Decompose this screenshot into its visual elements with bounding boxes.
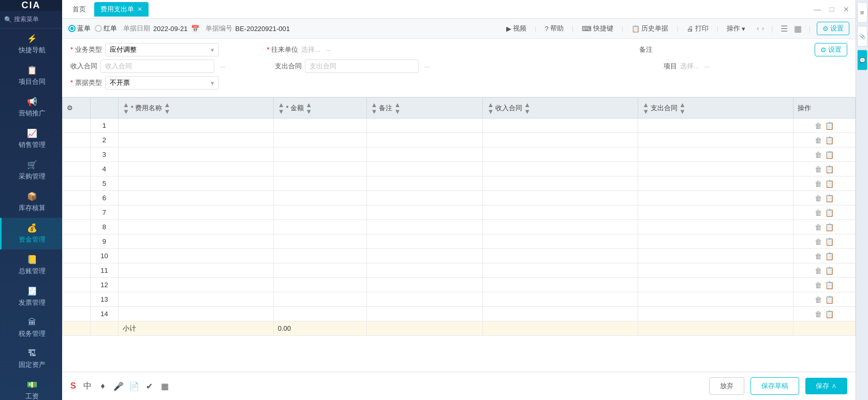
row-remark-cell[interactable]	[366, 147, 483, 162]
row-amount-cell[interactable]	[273, 263, 366, 278]
row-expense-cell[interactable]	[638, 249, 793, 263]
row-copy-icon[interactable]: 📋	[825, 310, 834, 318]
sidebar-item-tax[interactable]: 🏛 税务管理	[0, 313, 62, 344]
row-name-cell[interactable]	[118, 191, 273, 205]
income-contract-dots[interactable]: ···	[219, 63, 225, 70]
col-amount-header[interactable]: ▲▼ * 金额 ▲▼	[273, 98, 366, 118]
right-btn-3[interactable]: 💬	[857, 50, 867, 70]
row-income-cell[interactable]	[483, 191, 638, 205]
counterpart-dots[interactable]: ···	[326, 46, 331, 54]
row-expense-cell[interactable]	[638, 292, 793, 307]
row-remark-cell[interactable]	[366, 292, 483, 307]
row-name-cell[interactable]	[118, 292, 273, 307]
video-btn[interactable]: ▶ 视频	[502, 22, 531, 35]
row-amount-cell[interactable]	[273, 176, 366, 191]
row-expense-cell[interactable]	[638, 147, 793, 162]
row-name-cell[interactable]	[118, 162, 273, 176]
row-expense-cell[interactable]	[638, 307, 793, 321]
discard-button[interactable]: 放弃	[709, 377, 744, 395]
row-amount-cell[interactable]	[273, 234, 366, 249]
row-delete-icon[interactable]: 🗑	[815, 223, 822, 231]
row-remark-cell[interactable]	[366, 205, 483, 220]
row-expense-cell[interactable]	[638, 162, 793, 176]
row-remark-cell[interactable]	[366, 118, 483, 133]
row-income-cell[interactable]	[483, 133, 638, 147]
row-copy-icon[interactable]: 📋	[825, 252, 834, 260]
expense-contract-dots[interactable]: ···	[424, 63, 430, 70]
form-settings-btn[interactable]: ⚙ 设置	[815, 43, 847, 56]
expense-contract-select[interactable]: 支出合同	[305, 60, 419, 73]
row-remark-cell[interactable]	[366, 263, 483, 278]
row-expense-cell[interactable]	[638, 176, 793, 191]
row-amount-cell[interactable]	[273, 147, 366, 162]
row-name-cell[interactable]	[118, 234, 273, 249]
row-delete-icon[interactable]: 🗑	[815, 310, 822, 318]
row-remark-cell[interactable]	[366, 191, 483, 205]
row-amount-cell[interactable]	[273, 133, 366, 147]
shortcut-btn[interactable]: ⌨ 快捷键	[578, 22, 617, 35]
sidebar-item-purchase[interactable]: 🛒 采购管理	[0, 155, 62, 186]
row-delete-icon[interactable]: 🗑	[815, 194, 822, 202]
radio-blue[interactable]: 蓝单	[68, 24, 91, 33]
row-income-cell[interactable]	[483, 118, 638, 133]
row-expense-cell[interactable]	[638, 220, 793, 234]
row-remark-cell[interactable]	[366, 278, 483, 292]
row-copy-icon[interactable]: 📋	[825, 194, 834, 202]
sidebar-item-inventory[interactable]: 📦 库存核算	[0, 186, 62, 218]
settings-button[interactable]: ⚙ 设置	[817, 22, 849, 35]
row-name-cell[interactable]	[118, 205, 273, 220]
brand-mic-icon[interactable]: 🎤	[112, 380, 125, 392]
row-remark-cell[interactable]	[366, 234, 483, 249]
row-amount-cell[interactable]	[273, 249, 366, 263]
sidebar-item-capital[interactable]: 💰 资金管理	[0, 218, 62, 249]
brand-check-icon[interactable]: ✔	[143, 380, 156, 392]
row-copy-icon[interactable]: 📋	[825, 295, 834, 304]
row-delete-icon[interactable]: 🗑	[815, 165, 822, 173]
save-button[interactable]: 保存 ∧	[805, 378, 847, 394]
close-button[interactable]: ✕	[841, 4, 851, 14]
row-remark-cell[interactable]	[366, 307, 483, 321]
col-config-header[interactable]: ⚙	[63, 98, 91, 118]
date-value[interactable]: 2022-09-21	[153, 25, 188, 33]
row-amount-cell[interactable]	[273, 191, 366, 205]
income-contract-select[interactable]: 收入合同	[100, 60, 214, 73]
row-name-cell[interactable]	[118, 263, 273, 278]
row-expense-cell[interactable]	[638, 234, 793, 249]
row-amount-cell[interactable]	[273, 292, 366, 307]
sidebar-item-sales[interactable]: 📈 销售管理	[0, 123, 62, 155]
radio-red[interactable]: 红单	[95, 24, 117, 33]
view-list-icon[interactable]: ☰	[779, 24, 789, 34]
row-income-cell[interactable]	[483, 307, 638, 321]
row-income-cell[interactable]	[483, 249, 638, 263]
row-name-cell[interactable]	[118, 118, 273, 133]
tab-close-expense[interactable]: ✕	[137, 6, 142, 13]
row-name-cell[interactable]	[118, 220, 273, 234]
row-amount-cell[interactable]	[273, 118, 366, 133]
row-expense-cell[interactable]	[638, 205, 793, 220]
calendar-icon[interactable]: 📅	[191, 25, 199, 33]
right-btn-2[interactable]: 📎	[857, 26, 867, 47]
col-income-header[interactable]: ▲▼ 收入合同 ▲▼	[483, 98, 638, 118]
row-name-cell[interactable]	[118, 307, 273, 321]
row-expense-cell[interactable]	[638, 118, 793, 133]
row-copy-icon[interactable]: 📋	[825, 136, 834, 144]
row-income-cell[interactable]	[483, 162, 638, 176]
row-amount-cell[interactable]	[273, 205, 366, 220]
row-name-cell[interactable]	[118, 249, 273, 263]
print-btn[interactable]: 🖨 打印	[683, 22, 713, 35]
row-remark-cell[interactable]	[366, 133, 483, 147]
row-delete-icon[interactable]: 🗑	[815, 266, 822, 275]
row-copy-icon[interactable]: 📋	[825, 281, 834, 289]
sidebar-item-ledger[interactable]: 📒 总账管理	[0, 249, 62, 281]
row-delete-icon[interactable]: 🗑	[815, 209, 822, 217]
col-remark-header[interactable]: ▲▼ 备注 ▲▼	[366, 98, 483, 118]
tab-expense[interactable]: 费用支出单✕	[94, 2, 149, 17]
help-btn[interactable]: ? 帮助	[540, 22, 567, 35]
row-income-cell[interactable]	[483, 278, 638, 292]
row-copy-icon[interactable]: 📋	[825, 151, 834, 159]
row-remark-cell[interactable]	[366, 249, 483, 263]
sidebar-item-fixed-assets[interactable]: 🏗 固定资产	[0, 344, 62, 375]
row-copy-icon[interactable]: 📋	[825, 209, 834, 217]
row-income-cell[interactable]	[483, 176, 638, 191]
row-delete-icon[interactable]: 🗑	[815, 295, 822, 304]
